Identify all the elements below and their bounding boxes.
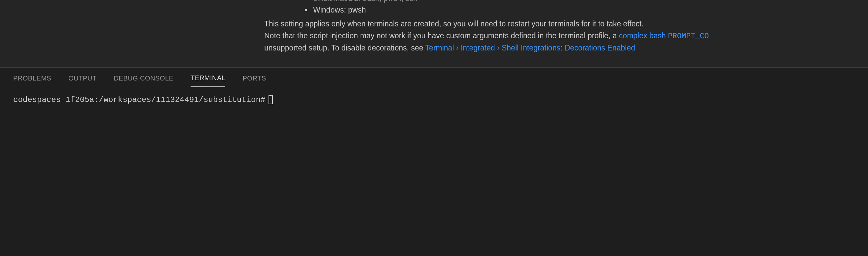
link-complex-bash[interactable]: complex bash PROMPT_CO bbox=[619, 31, 709, 40]
terminal-content[interactable]: codespaces-1f205a:/workspaces/111324491/… bbox=[0, 87, 868, 112]
bullet-linux-macos: Linux/macOS: bash, pwsh, zsh bbox=[304, 0, 868, 4]
link-decorations-enabled[interactable]: Terminal › Integrated › Shell Integratio… bbox=[426, 43, 635, 52]
tab-terminal[interactable]: TERMINAL bbox=[191, 74, 225, 87]
tab-output[interactable]: OUTPUT bbox=[68, 75, 96, 87]
settings-description-pane: Linux/macOS: bash, pwsh, zsh Windows: pw… bbox=[254, 0, 868, 67]
setting-note-disable: unsupported setup. To disable decoration… bbox=[264, 42, 868, 54]
tab-ports[interactable]: PORTS bbox=[242, 75, 266, 87]
bullet-windows: Windows: pwsh bbox=[304, 4, 868, 16]
setting-note-injection: Note that the script injection may not w… bbox=[264, 30, 868, 43]
tab-problems[interactable]: PROBLEMS bbox=[13, 75, 51, 87]
tab-debug-console[interactable]: DEBUG CONSOLE bbox=[114, 75, 174, 87]
terminal-prompt-line: codespaces-1f205a:/workspaces/111324491/… bbox=[13, 95, 855, 104]
terminal-cursor bbox=[269, 95, 273, 104]
supported-shells-list: Linux/macOS: bash, pwsh, zsh Windows: pw… bbox=[304, 0, 868, 15]
setting-note-restart: This setting applies only when terminals… bbox=[264, 18, 868, 30]
terminal-prompt: codespaces-1f205a:/workspaces/111324491/… bbox=[13, 95, 265, 104]
panel-tabs: PROBLEMS OUTPUT DEBUG CONSOLE TERMINAL P… bbox=[0, 68, 868, 87]
editor-settings-region: Linux/macOS: bash, pwsh, zsh Windows: pw… bbox=[0, 0, 868, 68]
settings-left-pane bbox=[0, 0, 254, 67]
